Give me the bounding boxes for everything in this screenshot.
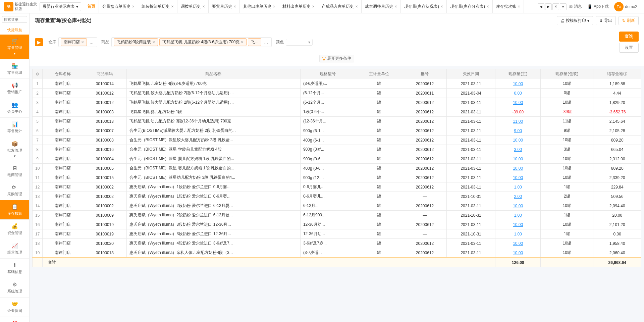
cell-code: 00100018	[83, 248, 126, 258]
warehouse-input[interactable]: 南岸门店 ✕ ...	[58, 37, 97, 47]
close-icon[interactable]: ✕	[132, 5, 135, 8]
product-tags-input[interactable]: 飞鹤奶粉3段两提装 ✕ 飞鹤星飞帆 儿童奶粉 4段(3-6岁适用) 700克 ✕…	[111, 37, 272, 47]
remove-product2-icon[interactable]: ✕	[241, 40, 244, 44]
sidebar-item-guide[interactable]: 🎯 新手引导	[0, 317, 29, 322]
cell-qty-main[interactable]: -39.00	[495, 107, 541, 117]
color-input[interactable]: ▾	[286, 39, 313, 46]
cell-qty-main[interactable]: 10.00	[495, 248, 541, 258]
row-num: 15	[33, 211, 43, 220]
sidebar-item-basic[interactable]: ℹ 基础信息	[0, 259, 29, 278]
expand-more-btn[interactable]: ⋁ 展开更多条件	[319, 55, 354, 62]
settings-icon[interactable]: ⚙	[36, 72, 39, 76]
close-icon[interactable]: ✕	[486, 5, 489, 8]
cell-qty-main[interactable]: 10.00	[495, 173, 541, 182]
app-download-btn[interactable]: 📱 App下载	[587, 4, 609, 9]
nav-right[interactable]: ▶	[545, 3, 552, 10]
cell-qty-main[interactable]: 10.00	[495, 164, 541, 173]
tab-chuku[interactable]: 其他出库单历史 ✕	[240, 0, 279, 13]
wholesale-icon: 📦	[11, 141, 18, 147]
nav-close[interactable]: ✕	[552, 3, 559, 10]
sidebar-item-member[interactable]: 👥 会员中心	[0, 98, 29, 118]
close-icon[interactable]: ✕	[273, 5, 275, 8]
warehouse-more[interactable]: ...	[88, 40, 95, 45]
cell-batch: 20200612	[403, 136, 446, 145]
filter-expand-toggle[interactable]: ▶	[35, 38, 43, 46]
cell-warehouse: 南岸门店	[43, 117, 83, 126]
cell-qty-main[interactable]: 1.00	[495, 229, 541, 239]
close-icon[interactable]: ✕	[440, 5, 443, 8]
tab-pici[interactable]: 库存批次账 ✕	[493, 0, 524, 13]
cell-qty-main[interactable]: 10.00	[495, 220, 541, 229]
tab-fenpan[interactable]: 分量盘点单历史 ✕	[99, 0, 138, 13]
close-icon[interactable]: ✕	[355, 5, 358, 8]
product-more-btn[interactable]: ...	[263, 40, 269, 45]
cell-qty-main[interactable]: 11.00	[495, 117, 541, 126]
cell-qty-main[interactable]: 10.00	[495, 154, 541, 164]
sidebar-item-inventory[interactable]: 📋 库存核算	[0, 200, 29, 220]
nav-left[interactable]: ◀	[538, 3, 544, 10]
table-row: 2 南岸门店 00100012 飞鹤星飞帆 较大婴儿配方奶粉 2段(6-12个月…	[33, 89, 641, 98]
remove-warehouse-icon[interactable]: ✕	[81, 40, 84, 44]
cell-qty-main[interactable]: 0.00	[495, 89, 541, 98]
cell-qty-main[interactable]: 10.00	[495, 201, 541, 211]
sidebar-item-retail[interactable]: 🛒 零售管理 ▾	[0, 35, 29, 59]
cell-qty-main[interactable]: 1.00	[495, 182, 541, 192]
cell-qty-main[interactable]: 10.00	[495, 98, 541, 107]
tab-zuchuan[interactable]: 组装拆卸单历史 ✕	[138, 0, 177, 13]
tab-xiancun-zhuangtai[interactable]: 现存量(库存状况表) ✕	[401, 0, 447, 13]
collab-icon: 🤝	[11, 301, 18, 307]
quick-nav[interactable]: 快捷导航	[0, 25, 29, 35]
refresh-btn[interactable]: ↻ 刷新	[619, 16, 639, 25]
close-icon[interactable]: ✕	[233, 5, 236, 8]
message-btn[interactable]: ✉ 消息	[569, 4, 582, 9]
user-avatar[interactable]: Ea demo2	[614, 2, 637, 11]
close-icon[interactable]: ✕	[171, 5, 174, 8]
sidebar-item-wholesale[interactable]: 📦 批发管理 ▾	[0, 137, 29, 162]
tab-cailiao[interactable]: 材料出库单历史 ✕	[279, 0, 318, 13]
close-icon[interactable]: ✕	[518, 5, 520, 8]
tab-selector[interactable]: 母婴行业演示库表 ▾	[40, 2, 81, 11]
col-setting-header[interactable]: ⚙	[33, 69, 43, 79]
sidebar-item-marketing[interactable]: 📢 营销推广	[0, 79, 29, 98]
cell-qty-main[interactable]: 10.00	[495, 79, 541, 89]
cell-batch: 20200612	[403, 126, 446, 136]
close-icon[interactable]: ✕	[202, 5, 205, 8]
sidebar-item-system[interactable]: ⚙ 系统管理	[0, 278, 29, 298]
table-row: 19 南岸门店 00100018 惠氏启赋（Wyeth illuma）亲和人体儿…	[33, 248, 641, 258]
nav-menu[interactable]: ≡	[560, 3, 567, 10]
sidebar-item-shop[interactable]: 🏪 零售商城	[0, 59, 29, 79]
cell-spec: 12-36月幼...	[300, 229, 355, 239]
row-num: 7	[33, 136, 43, 145]
tab-xiancun-fenbu[interactable]: 现存量(库存分布表) ✕	[447, 0, 493, 13]
tab-yaohuo[interactable]: 要货单历史 ✕	[209, 0, 240, 13]
page-actions: 🖨 按模板打印 ▾ ⬇ 导出 ↻ 刷新	[557, 16, 639, 25]
sidebar-item-finance[interactable]: 💰 资金管理	[0, 220, 29, 239]
cell-qty-main[interactable]: 2.00	[495, 192, 541, 201]
table-area: ⚙ 仓库名称 商品编码 商品名称 规格型号 主计量单位 批号 失效日期 现存量(…	[30, 66, 644, 322]
tab-chengben[interactable]: 成本调整单历史 ✕	[362, 0, 401, 13]
set-btn[interactable]: 设置	[619, 43, 639, 53]
query-btn[interactable]: 查询	[619, 32, 639, 42]
sidebar-item-purchase[interactable]: 🛍 采购管理	[0, 181, 29, 200]
remove-product1-icon[interactable]: ✕	[152, 40, 155, 44]
cell-qty-main[interactable]: 10.00	[495, 239, 541, 248]
cell-qty-main[interactable]: 10.00	[495, 136, 541, 145]
cell-qty-main[interactable]: 3.00	[495, 145, 541, 154]
home-tab[interactable]: 首页	[84, 0, 99, 13]
tab-diaibo[interactable]: 调拨单历史 ✕	[177, 0, 209, 13]
cell-qty-main[interactable]: 9.00	[495, 126, 541, 136]
tab-chanpin[interactable]: 产成品入库单历史 ✕	[318, 0, 362, 13]
sidebar-item-collab[interactable]: 🤝 企业协同	[0, 298, 29, 317]
sidebar-item-stats[interactable]: 📊 零售统计	[0, 118, 29, 137]
chevron-down-icon: ▾	[308, 40, 310, 45]
search-input[interactable]	[2, 16, 27, 23]
sidebar-item-operations[interactable]: 📈 经营管理	[0, 239, 29, 259]
export-btn[interactable]: ⬇ 导出	[596, 16, 616, 25]
cell-qty-pack: 1罐	[541, 229, 593, 239]
cell-qty-main[interactable]: 1.00	[495, 211, 541, 220]
cell-warehouse: 南岸门店	[43, 98, 83, 107]
sidebar-item-ecommerce[interactable]: 🖥 电商管理	[0, 162, 29, 181]
close-icon[interactable]: ✕	[394, 5, 397, 8]
template-print-btn[interactable]: 🖨 按模板打印 ▾	[557, 16, 593, 25]
close-icon[interactable]: ✕	[312, 5, 315, 8]
